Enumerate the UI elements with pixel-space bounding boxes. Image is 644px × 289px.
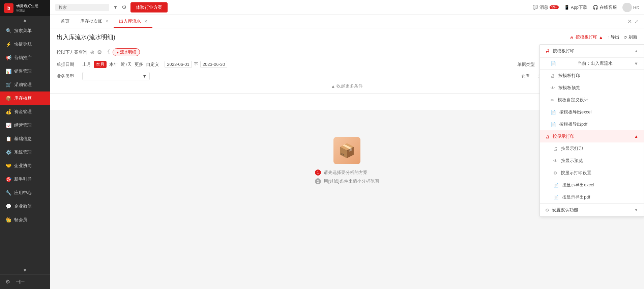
print-template-button[interactable]: 🖨 按模板打印 ▲: [570, 34, 603, 40]
date-tab-7days[interactable]: 近7天: [121, 61, 132, 68]
dp-current[interactable]: 📄 当前：出入库流水 ▼: [540, 58, 644, 70]
date-range-end[interactable]: 2023-06-30: [200, 61, 228, 68]
topbar-dropdown-icon[interactable]: ▼: [113, 5, 118, 10]
print-icon: 🖨: [570, 35, 574, 40]
message-icon: 💬: [533, 5, 538, 10]
customer-service-button[interactable]: 🎧 在线客服: [593, 4, 617, 10]
collapse-more-button[interactable]: ▲ 收起更多条件: [331, 83, 363, 89]
tab-batch-account[interactable]: 库存批次账 ×: [75, 16, 114, 28]
sidebar-item-label: 企业协同: [14, 163, 32, 169]
tab-inout-flow[interactable]: 出入库流水 ×: [114, 16, 152, 28]
settings-icon[interactable]: ⚙: [5, 279, 10, 285]
dp-item-preview-icon: 👁: [551, 85, 555, 90]
tab-inout-flow-close[interactable]: ×: [144, 19, 147, 24]
dp-sub-preview-icon: 👁: [553, 158, 558, 163]
sidebar-item-operation[interactable]: 📈 经营管理: [0, 119, 50, 132]
collapse-sidebar-icon[interactable]: ⊣⊢: [16, 279, 25, 285]
dp-item-template-preview[interactable]: 👁 按模板预览: [540, 82, 644, 94]
dp-section-chevron-icon: ▲: [634, 134, 638, 139]
dp-sub-item-display-print[interactable]: 🖨 按显示打印: [540, 142, 644, 155]
date-range: 2023-06-01 至 2023-06-30: [165, 61, 227, 68]
export-icon: ↑: [607, 35, 610, 40]
refresh-button[interactable]: ↺ 刷新: [623, 34, 637, 40]
dp-section-display-print[interactable]: 🖨 按显示打印 ▲: [540, 130, 644, 142]
customer-service-label: 在线客服: [599, 4, 617, 10]
dp-item-template-design-label: 模板自定义设计: [558, 97, 588, 103]
print-template-label: 按模板打印: [576, 34, 597, 40]
page-actions: 🖨 按模板打印 ▲ ↑ 导出 ↺ 刷新: [570, 34, 637, 40]
dp-item-template-design[interactable]: ✏ 模板自定义设计: [540, 94, 644, 106]
dp-sub-item-display-export-excel[interactable]: 📄 按显示导出excel: [540, 179, 644, 191]
business-type-select[interactable]: ▼: [82, 72, 150, 80]
sidebar-scroll-up[interactable]: ▲: [0, 16, 50, 24]
topbar: ▼ ⚙ 体验行业方案 💬 消息 99+ 📱 App下载 🎧 在线客服 Rit: [50, 0, 644, 15]
apps-icon: 🔧: [5, 190, 11, 195]
sidebar-item-marketing[interactable]: 📢 营销推广: [0, 51, 50, 64]
message-badge: 99+: [550, 5, 559, 9]
dp-item-template-export-pdf[interactable]: 📄 按模板导出pdf: [540, 118, 644, 130]
app-download-button[interactable]: 📱 App下载: [564, 4, 587, 10]
sidebar-item-sales[interactable]: 📊 销售管理: [0, 64, 50, 78]
topbar-search-input[interactable]: [55, 4, 109, 11]
tab-home[interactable]: 首页: [55, 16, 75, 28]
dp-section-print-icon: 🖨: [545, 134, 550, 139]
hint-num-2: 2: [315, 178, 321, 184]
sidebar-nav: 🔍 搜索菜单 ⚡ 快捷导航 📢 营销推广 📊 销售管理 🛒 采购管理 📦 库存核…: [0, 24, 50, 266]
dp-sub-print-icon: 🖨: [553, 146, 558, 151]
sales-icon: 📊: [5, 69, 11, 74]
dp-header: 🖨 按模板打印 ▲: [540, 45, 644, 58]
sidebar-item-quicknav[interactable]: ⚡ 快捷导航: [0, 37, 50, 51]
date-range-start[interactable]: 2023-06-01: [165, 61, 192, 68]
sidebar-item-member[interactable]: 👑 畅会员: [0, 213, 50, 227]
sidebar-scroll-down[interactable]: ▼: [0, 266, 50, 274]
window-close-button[interactable]: ✕: [627, 18, 632, 25]
filter-collapse-button[interactable]: 《: [105, 49, 110, 56]
dp-sub-item-display-preview[interactable]: 👁 按显示预览: [540, 155, 644, 167]
sidebar-item-wechat[interactable]: 💬 企业微信: [0, 200, 50, 213]
date-tab-lastmonth[interactable]: 上月: [82, 61, 91, 68]
message-button[interactable]: 💬 消息 99+: [533, 4, 559, 10]
filter-add-button[interactable]: ⊕: [90, 49, 94, 55]
dp-sub-display-preview-label: 按显示预览: [561, 158, 583, 164]
topbar-right: 💬 消息 99+ 📱 App下载 🎧 在线客服 Rit: [533, 3, 639, 12]
dp-footer-label: 设置默认功能: [552, 207, 578, 213]
sidebar-item-finance[interactable]: 💰 资金管理: [0, 105, 50, 119]
message-label: 消息: [539, 4, 548, 10]
date-range-separator: 至: [194, 61, 198, 68]
dp-item-template-print[interactable]: 🖨 按模板打印: [540, 70, 644, 82]
sidebar-item-system[interactable]: ⚙️ 系统管理: [0, 146, 50, 159]
date-tab-thisyear[interactable]: 本年: [109, 61, 118, 68]
topbar-gear-icon[interactable]: ⚙: [122, 4, 126, 10]
date-tab-thismonth[interactable]: 本月: [94, 61, 107, 68]
dp-header-label: 按模板打印: [553, 48, 575, 54]
sidebar-item-search[interactable]: 🔍 搜索菜单: [0, 24, 50, 37]
content-area: 按以下方案查询 ⊕ ⚙ 《 ● 流水明细 单据日期 上月 本: [50, 44, 644, 289]
export-button[interactable]: ↑ 导出: [607, 34, 620, 40]
dp-header-print-icon: 🖨: [545, 48, 550, 54]
date-tab-custom[interactable]: 自定义: [146, 61, 159, 68]
sidebar-item-inventory[interactable]: 📦 库存核算: [0, 91, 50, 105]
tab-batch-account-close[interactable]: ×: [106, 19, 108, 24]
content-inner: 按以下方案查询 ⊕ ⚙ 《 ● 流水明细 单据日期 上月 本: [50, 44, 644, 289]
filter-title: 按以下方案查询: [57, 49, 87, 55]
avatar: [622, 3, 632, 12]
sidebar-item-guide[interactable]: 🎯 新手引导: [0, 173, 50, 186]
sidebar-item-cooperation[interactable]: 🤝 企业协同: [0, 159, 50, 173]
dp-sub-item-display-export-pdf[interactable]: 📄 按显示导出pdf: [540, 191, 644, 203]
user-profile[interactable]: Rit: [622, 3, 639, 12]
filter-setting-button[interactable]: ⚙: [97, 49, 102, 55]
dp-footer-settings-icon: ⚙: [545, 208, 549, 213]
sidebar-item-purchase[interactable]: 🛒 采购管理: [0, 78, 50, 91]
dp-item-template-export-excel[interactable]: 📄 按模板导出excel: [540, 106, 644, 118]
dp-sub-display-settings-label: 按显示打印设置: [561, 170, 591, 176]
purchase-icon: 🛒: [5, 82, 11, 87]
topbar-cta-button[interactable]: 体验行业方案: [130, 2, 168, 12]
sidebar-item-basic[interactable]: 📋 基础信息: [0, 132, 50, 146]
sidebar-item-apps[interactable]: 🔧 应用中心: [0, 186, 50, 200]
dp-sub-item-display-print-settings[interactable]: ⚙ 按显示打印设置: [540, 167, 644, 179]
window-expand-button[interactable]: ⤢: [635, 19, 639, 24]
dp-sub-settings-icon: ⚙: [553, 170, 557, 176]
filter-active-tag[interactable]: ● 流水明细: [113, 48, 140, 56]
date-tab-more[interactable]: 更多: [135, 61, 143, 68]
dp-footer[interactable]: ⚙ 设置默认功能 ▼: [540, 203, 644, 216]
